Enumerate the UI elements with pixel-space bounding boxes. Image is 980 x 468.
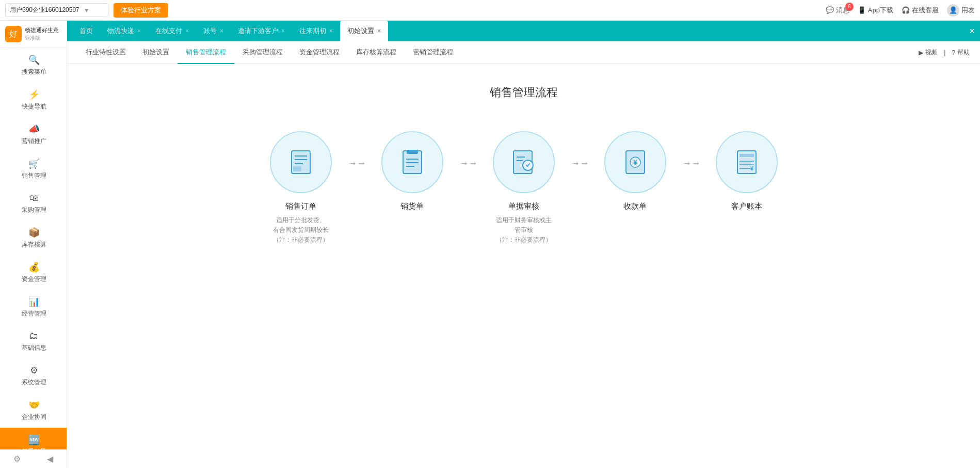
flow-label-audit: 单据审核 <box>508 201 539 211</box>
video-label: 视频 <box>925 48 938 57</box>
flow-circle-audit <box>493 131 555 193</box>
flow-arrow-3: →→ <box>570 131 589 169</box>
sidebar-item-finance[interactable]: 💰 资金管理 <box>0 255 67 290</box>
flow-circle-sales-order <box>270 131 332 193</box>
tab-account-close[interactable]: × <box>220 27 223 35</box>
flow-item-sales-order[interactable]: 销售订单 适用于分批发货、有合同发货周期较长（注：非必要流程） <box>254 131 347 245</box>
sales-icon: 🛒 <box>28 158 40 169</box>
sidebar-item-collab[interactable]: 🤝 企业协同 <box>0 393 67 428</box>
sidebar-item-purchase[interactable]: 🛍 采购管理 <box>0 186 67 221</box>
tab-period[interactable]: 往来期初 × <box>292 21 340 41</box>
app-download-item[interactable]: 📱 App下载 <box>858 6 893 15</box>
tab-logistics-close[interactable]: × <box>137 27 141 35</box>
video-link[interactable]: ▶ 视频 <box>919 48 938 57</box>
subtab-sales-flow[interactable]: 销售管理流程 <box>178 41 234 64</box>
user-item[interactable]: 👤 用友 <box>947 4 975 17</box>
tab-account[interactable]: 账号 × <box>196 21 231 41</box>
avatar: 👤 <box>947 4 959 17</box>
subtab-purchase-flow-label: 采购管理流程 <box>243 48 283 57</box>
logo-tag: 标准版 <box>25 35 59 42</box>
sidebar-label-basic: 基础信息 <box>22 344 46 352</box>
flow-item-delivery[interactable]: 销货单 <box>366 131 459 215</box>
sidebar-item-sales[interactable]: 🛒 销售管理 <box>0 152 67 186</box>
headset-icon: 🎧 <box>902 6 910 14</box>
subtab-inventory-flow[interactable]: 库存核算流程 <box>348 41 405 64</box>
top-bar-left: 用户690企业1660120507 ▼ 体验行业方案 <box>5 3 826 18</box>
message-icon: 💬 <box>826 6 834 14</box>
sidebar-label-shortcut: 快捷导航 <box>22 102 46 111</box>
marketing-icon: 📣 <box>28 123 40 135</box>
tab-payment-close[interactable]: × <box>185 27 189 35</box>
tab-period-label: 往来期初 <box>299 26 326 36</box>
user-label: 用户690企业1660120507 <box>10 6 79 14</box>
user-select[interactable]: 用户690企业1660120507 ▼ <box>5 3 108 17</box>
sidebar-item-shortcut[interactable]: ⚡ 快捷导航 <box>0 83 67 117</box>
tab-home-label: 首页 <box>79 26 93 36</box>
tab-downstream-close[interactable]: × <box>281 27 285 35</box>
tab-account-label: 账号 <box>203 26 217 36</box>
subtab-purchase-flow[interactable]: 采购管理流程 <box>234 41 291 64</box>
sidebar-item-basic[interactable]: 🗂 基础信息 <box>0 324 67 358</box>
collapse-icon[interactable]: ◀ <box>47 454 53 464</box>
flow-item-ledger[interactable]: ¥ 客户账本 <box>700 131 793 215</box>
sidebar-item-marketing[interactable]: 📣 营销推广 <box>0 117 67 152</box>
tab-init[interactable]: 初始设置 × <box>340 21 388 41</box>
flow-label-receipt: 收款单 <box>623 201 647 211</box>
subtab-inventory-flow-label: 库存核算流程 <box>356 48 396 57</box>
sidebar-label-search: 搜索菜单 <box>22 68 46 76</box>
subtab-industry[interactable]: 行业特性设置 <box>77 41 134 64</box>
tab-downstream[interactable]: 邀请下游客户 × <box>231 21 292 41</box>
service-item[interactable]: 🎧 在线客服 <box>902 6 939 15</box>
flow-item-receipt[interactable]: ¥ 收款单 <box>589 131 682 215</box>
flow-item-audit[interactable]: 单据审核 适用于财务审核或主管审核（注：非必要流程） <box>477 131 570 245</box>
search-icon: 🔍 <box>28 54 40 66</box>
svg-rect-4 <box>293 166 301 171</box>
flow-arrow-1: →→ <box>347 131 366 169</box>
subtab-init-label: 初始设置 <box>142 48 169 57</box>
help-label: 帮助 <box>957 48 970 57</box>
top-bar-right: 💬 消息 6 📱 App下载 🎧 在线客服 👤 用友 <box>826 4 975 17</box>
separator: | <box>944 49 945 56</box>
sidebar: 好 畅捷通好生意 标准版 🔍 搜索菜单 ⚡ 快捷导航 📣 营销推广 🛒 销售管理 <box>0 21 67 468</box>
tab-home[interactable]: 首页 <box>72 21 100 41</box>
tab-logistics[interactable]: 物流快递 × <box>100 21 148 41</box>
subtab-init[interactable]: 初始设置 <box>134 41 178 64</box>
subtab-marketing-flow[interactable]: 营销管理流程 <box>405 41 461 64</box>
sidebar-label-collab: 企业协同 <box>22 413 46 422</box>
logo-text: 畅捷通好生意 <box>25 26 59 34</box>
subtab-finance-flow-label: 资金管理流程 <box>299 48 340 57</box>
subtab-finance-flow[interactable]: 资金管理流程 <box>291 41 348 64</box>
service-label: 在线客服 <box>912 6 939 15</box>
sidebar-item-system[interactable]: ⚙ 系统管理 <box>0 358 67 393</box>
settings-bottom-icon[interactable]: ⚙ <box>13 454 21 464</box>
system-icon: ⚙ <box>30 365 38 376</box>
message-item[interactable]: 💬 消息 6 <box>826 6 849 15</box>
tab-payment-label: 在线支付 <box>155 26 182 36</box>
tab-init-label: 初始设置 <box>347 26 374 36</box>
user-name-label: 用友 <box>961 6 975 15</box>
flow-arrow-4: →→ <box>682 131 700 169</box>
close-all-tabs-button[interactable]: × <box>969 26 975 37</box>
try-industry-button[interactable]: 体验行业方案 <box>114 3 168 18</box>
sidebar-item-search[interactable]: 🔍 搜索菜单 <box>0 48 67 83</box>
help-link[interactable]: ? 帮助 <box>952 48 970 57</box>
collab-icon: 🤝 <box>28 399 40 411</box>
sidebar-item-inventory[interactable]: 📦 库存核算 <box>0 221 67 255</box>
svg-rect-20 <box>740 154 754 157</box>
flow-circle-delivery <box>381 131 443 193</box>
flow-label-ledger: 客户账本 <box>731 201 762 211</box>
flow-arrow-2: →→ <box>459 131 477 169</box>
basic-icon: 🗂 <box>29 331 39 341</box>
sidebar-item-operation[interactable]: 📊 经营管理 <box>0 290 67 324</box>
svg-text:¥: ¥ <box>633 158 637 166</box>
tab-payment[interactable]: 在线支付 × <box>148 21 196 41</box>
ledger-icon: ¥ <box>732 148 761 177</box>
video-icon: ▶ <box>919 49 923 56</box>
finance-icon: 💰 <box>28 261 40 273</box>
app-label: App下载 <box>868 6 893 15</box>
sidebar-item-newguide[interactable]: 🆕 新手引导 <box>0 428 67 449</box>
tab-init-close[interactable]: × <box>377 27 381 35</box>
tab-period-close[interactable]: × <box>329 27 333 35</box>
app-icon: 📱 <box>858 6 866 14</box>
sidebar-logo: 好 畅捷通好生意 标准版 <box>0 21 67 48</box>
